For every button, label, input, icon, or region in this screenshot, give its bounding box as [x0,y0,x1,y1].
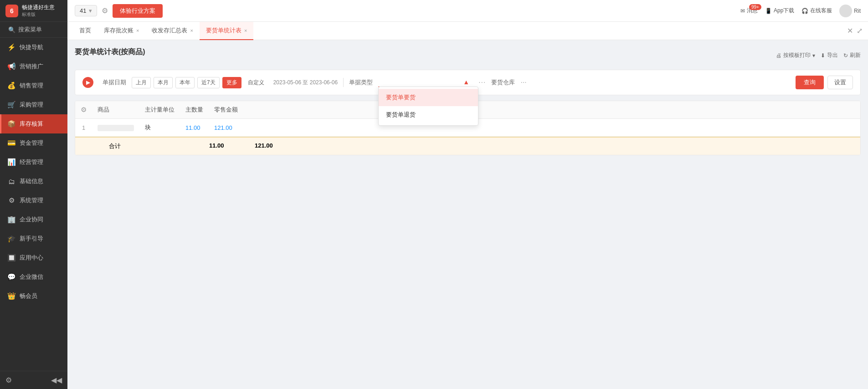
settings-btn[interactable]: 设置 [827,76,853,89]
cell-unit: 块 [139,119,180,137]
sidebar-item-basic[interactable]: 🗂 基础信息 [0,172,67,191]
type-filter-label: 单据类型 [349,78,373,87]
export-icon: ⬇ [821,52,825,59]
filter-row: ▶ 单据日期 上月 本月 本年 近7天 更多 自定义 2023-05-06 至 … [82,76,853,89]
print-btn[interactable]: 🖨 按模板打印 ▾ [776,51,815,59]
sidebar-item-sales[interactable]: 💰 销售管理 [0,76,67,95]
query-btn[interactable]: 查询 [796,76,824,89]
sidebar-item-member[interactable]: 👑 畅会员 [0,287,67,306]
expand-tabs-btn[interactable]: ⤢ [857,26,863,35]
logo-icon: 6 [5,5,18,17]
logo-text: 畅捷通好生意 标准版 [22,4,55,17]
sidebar-item-wechat[interactable]: 💬 企业微信 [0,267,67,287]
main-area: 41 ▾ ⚙ 体验行业方案 ✉ 消息 99+ 📱 App下载 🎧 在线客服 R [67,0,868,389]
message-badge: 99+ [749,4,761,10]
filter-divider-1 [343,78,344,87]
date-buttons: 上月 本月 本年 近7天 更多 自定义 [132,77,268,88]
cell-product [92,119,139,137]
col-quantity: 主数量 [180,101,209,119]
message-btn[interactable]: ✉ 消息 99+ [740,7,758,15]
refresh-icon: ↻ [843,52,848,59]
header-left: 41 ▾ ⚙ 体验行业方案 [75,4,740,18]
type-select-input[interactable] [378,78,463,85]
filter-actions: 查询 设置 [796,76,853,89]
col-unit: 主计量单位 [139,101,180,119]
member-icon: 👑 [7,292,16,301]
type-dropdown: 要货单要货 要货单退货 [378,87,478,126]
app-logo: 6 畅捷通好生意 标准版 [0,0,67,22]
dropdown-item-order-return[interactable]: 要货单退货 [379,106,478,123]
sidebar-item-marketing[interactable]: 📢 营销推广 [0,57,67,76]
print-icon: 🖨 [776,52,781,59]
filter-expand-btn[interactable]: ▶ [82,77,93,88]
dropdown-item-order-goods[interactable]: 要货单要货 [379,89,478,106]
close-all-tabs-btn[interactable]: ✕ [847,26,853,35]
trial-btn[interactable]: 体验行业方案 [113,4,163,18]
sidebar-item-quick-nav[interactable]: ⚡ 快捷导航 [0,38,67,57]
app-download-btn[interactable]: 📱 App下载 [765,7,794,15]
avatar [839,5,852,17]
print-dropdown-arrow: ▾ [812,52,815,59]
tab-order-stats[interactable]: 要货单统计表 × [200,22,253,40]
col-product: 商品 [92,101,139,119]
basic-icon: 🗂 [7,177,16,186]
sidebar-item-operations[interactable]: 📊 经营管理 [0,153,67,172]
tab-close-receipt-summary[interactable]: × [190,28,193,33]
sidebar-item-apps[interactable]: 🔲 应用中心 [0,248,67,267]
sidebar-item-system[interactable]: ⚙ 系统管理 [0,191,67,210]
type-dropdown-arrow[interactable]: ▲ [463,78,469,86]
warehouse-more-dots[interactable]: ··· [520,78,526,87]
date-range-display: 2023-05-06 至 2023-06-06 [273,79,338,87]
sidebar-item-inventory[interactable]: 📦 库存核算 [0,114,67,133]
user-avatar-btn[interactable]: Rit [839,5,861,17]
store-selector[interactable]: 41 ▾ [75,5,97,16]
finance-icon: 💳 [7,138,16,148]
footer-unit-space [167,142,204,150]
tab-receipt-summary[interactable]: 收发存汇总表 × [145,22,199,40]
cell-quantity: 11.00 [180,119,209,137]
sidebar-item-enterprise[interactable]: 🏢 企业协同 [0,210,67,229]
date-7days-btn[interactable]: 近7天 [197,77,220,88]
footer-total-label: 合计 [109,143,121,149]
quantity-link[interactable]: 11.00 [185,124,200,131]
search-icon: 🔍 [8,26,15,33]
type-more-dots[interactable]: ··· [478,78,486,87]
inventory-icon: 📦 [7,119,16,128]
message-icon: ✉ [740,8,745,14]
cell-amount: 121.00 [209,119,243,137]
operations-icon: 📊 [7,158,16,167]
online-service-btn[interactable]: 🎧 在线客服 [801,7,832,15]
date-prev-month-btn[interactable]: 上月 [132,77,151,88]
sidebar-nav: ⚡ 快捷导航 📢 营销推广 💰 销售管理 🛒 采购管理 📦 库存核算 💳 资金管… [0,38,67,371]
date-custom-btn[interactable]: 自定义 [244,77,268,88]
sidebar-search[interactable]: 🔍 搜索菜单 [0,22,67,38]
sidebar-item-purchase[interactable]: 🛒 采购管理 [0,95,67,114]
sidebar-bottom: ⚙ ◀◀ [0,371,67,389]
header-gear-icon[interactable]: ⚙ [102,6,108,15]
export-btn[interactable]: ⬇ 导出 [821,51,838,59]
tab-close-order-stats[interactable]: × [244,28,247,33]
tab-inventory-batch[interactable]: 库存批次账 × [98,22,145,40]
type-select[interactable]: ▲ 要货单要货 要货单退货 [378,78,469,87]
refresh-btn[interactable]: ↻ 刷新 [843,51,861,59]
date-cur-month-btn[interactable]: 本月 [154,77,173,88]
sidebar-item-finance[interactable]: 💳 资金管理 [0,133,67,153]
tab-close-inventory-batch[interactable]: × [136,28,139,33]
purchase-icon: 🛒 [7,100,16,109]
quick-nav-icon: ⚡ [7,43,16,52]
table-settings-icon[interactable]: ⚙ [81,106,87,113]
amount-link[interactable]: 121.00 [214,124,232,131]
footer-product-space: 合计 [103,142,167,150]
tab-home[interactable]: 首页 [73,22,98,40]
table-footer: 合计 11.00 121.00 [75,137,860,155]
footer-label [81,142,103,150]
wechat-icon: 💬 [7,272,16,282]
sidebar-item-guide[interactable]: 🎓 新手引导 [0,229,67,248]
enterprise-icon: 🏢 [7,215,16,224]
date-cur-year-btn[interactable]: 本年 [175,77,195,88]
warehouse-filter-label: 要货仓库 [491,78,515,87]
date-more-btn[interactable]: 更多 [222,77,241,88]
marketing-icon: 📢 [7,62,16,71]
sidebar-settings-icon[interactable]: ⚙ [5,376,12,384]
sidebar-collapse-icon[interactable]: ◀◀ [51,376,62,384]
